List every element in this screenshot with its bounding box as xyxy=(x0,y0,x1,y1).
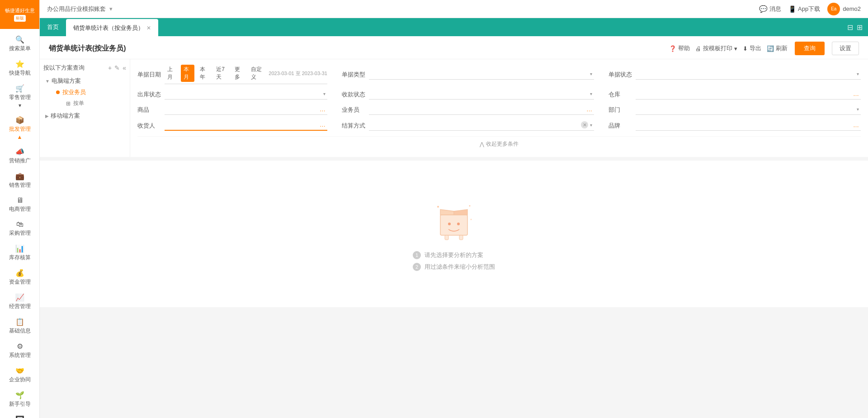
refresh-button[interactable]: 🔄 刷新 xyxy=(767,44,788,52)
filter-warehouse-field: 仓库 … xyxy=(609,90,861,100)
help-button[interactable]: ❓ 帮助 xyxy=(669,44,690,52)
scheme-collapse-button[interactable]: « xyxy=(123,64,126,71)
print-button[interactable]: 🖨 按模板打印 ▾ xyxy=(695,44,737,52)
sidebar-item-appcenter[interactable]: 🔲 应用中心 xyxy=(0,412,39,418)
scheme-edit-button[interactable]: ✎ xyxy=(114,64,120,71)
sidebar-item-newbie[interactable]: 🌱 新手引导 xyxy=(0,387,39,412)
product-input[interactable] xyxy=(166,106,320,113)
sidebar-item-wholesale[interactable]: 📦 批发管理 ▲ xyxy=(0,112,39,144)
search-icon: 🔍 xyxy=(15,35,24,44)
scheme-group-mobile-header[interactable]: ▶ 移动端方案 xyxy=(43,110,126,121)
inventory-icon: 📊 xyxy=(15,244,24,253)
brand-dots[interactable]: … xyxy=(853,122,859,128)
scheme-by-salesperson[interactable]: 按业务员 xyxy=(52,86,126,98)
sidebar-item-enterprise[interactable]: 🤝 企业协同 xyxy=(0,363,39,387)
finance-icon: 💰 xyxy=(15,269,24,277)
sidebar-item-inventory[interactable]: 📊 库存核算 xyxy=(0,241,39,265)
sidebar-item-system[interactable]: ⚙ 系统管理 xyxy=(0,338,39,363)
tip-num-1: 1 xyxy=(413,251,421,259)
consignee-input[interactable] xyxy=(166,121,320,128)
filter-consignee-field: 收货人 … xyxy=(137,120,327,131)
tab-close-button[interactable]: ✕ xyxy=(146,25,151,31)
date-btn-7days[interactable]: 近7天 xyxy=(213,65,229,82)
sidebar-item-retail[interactable]: 🛒 零售管理 ▾ xyxy=(0,81,39,112)
logo-badge: 标版 xyxy=(14,15,26,22)
export-label: 导出 xyxy=(750,44,761,52)
doc-type-arrow: ▾ xyxy=(590,71,592,76)
tab-maximize-button[interactable]: ⊞ xyxy=(857,23,863,32)
sidebar-item-quicknav[interactable]: ⭐ 快捷导航 xyxy=(0,56,39,81)
export-button[interactable]: ⬇ 导出 xyxy=(743,44,761,52)
enterprise-icon: 🤝 xyxy=(15,366,24,375)
ecommerce-icon: 🖥 xyxy=(16,196,24,204)
system-icon: ⚙ xyxy=(17,342,23,351)
product-dots[interactable]: … xyxy=(320,106,326,113)
sidebar-item-search[interactable]: 🔍 搜索菜单 xyxy=(0,32,39,56)
query-button[interactable]: 查询 xyxy=(795,42,825,55)
tab-sales-stats[interactable]: 销货单统计表（按业务员） ✕ xyxy=(66,19,158,37)
sidebar-item-marketing[interactable]: 📣 营销推广 xyxy=(0,144,39,168)
settings-button[interactable]: 设置 xyxy=(832,42,859,55)
sales-icon: 💼 xyxy=(15,172,24,180)
download-icon: 📱 xyxy=(788,5,796,13)
scheme-add-button[interactable]: + xyxy=(108,64,112,71)
receipt-status-input[interactable] xyxy=(371,90,588,97)
svg-rect-0 xyxy=(440,215,467,235)
date-btn-custom[interactable]: 自定义 xyxy=(248,65,266,82)
consignee-label: 收货人 xyxy=(137,122,161,130)
breadcrumb-arrow[interactable]: ▾ xyxy=(109,5,113,12)
settlement-input[interactable] xyxy=(371,122,581,128)
warehouse-dots[interactable]: … xyxy=(853,90,859,97)
filter-row-2: 出库状态 ▾ 收款状态 ▾ xyxy=(137,90,861,100)
doc-status-input[interactable] xyxy=(637,71,855,77)
doc-status-input-wrapper: ▾ xyxy=(636,70,861,80)
app-download-button[interactable]: 📱 App下载 xyxy=(788,5,820,13)
product-label: 商品 xyxy=(137,106,161,114)
collapse-label: 收起更多条件 xyxy=(486,140,519,148)
consignee-dots[interactable]: … xyxy=(320,121,326,128)
brand-input[interactable] xyxy=(637,122,853,128)
collapse-button[interactable]: ⋀ 收起更多条件 xyxy=(480,140,519,148)
date-btn-this-month[interactable]: 本月 xyxy=(181,65,194,82)
scheme-group-desktop-header[interactable]: ▼ 电脑端方案 xyxy=(43,76,126,86)
purchase-icon: 🛍 xyxy=(16,220,24,228)
salesperson-dots[interactable]: … xyxy=(586,106,592,113)
empty-tip-1: 1 请先选择要分析的方案 xyxy=(413,251,495,259)
doc-status-label: 单据状态 xyxy=(609,71,632,79)
tab-minimize-button[interactable]: ⊟ xyxy=(847,23,853,32)
date-btn-this-year[interactable]: 本年 xyxy=(197,65,211,82)
filter-doc-type-field: 单据类型 ▾ xyxy=(342,70,594,80)
logo-text: 畅捷通好生意 xyxy=(5,7,35,14)
sidebar-item-basics-label: 基础信息 xyxy=(9,327,31,335)
sidebar-item-ecommerce[interactable]: 🖥 电商管理 xyxy=(0,193,39,217)
scheme-tree: ▼ 电脑端方案 按业务员 ⊞ xyxy=(43,76,126,121)
doc-type-input-wrapper: ▾ xyxy=(369,70,594,80)
date-btn-last-month[interactable]: 上月 xyxy=(165,65,178,82)
sidebar-item-sales-label: 销售管理 xyxy=(9,181,31,189)
sidebar-item-finance[interactable]: 💰 资金管理 xyxy=(0,265,39,290)
doc-type-input[interactable] xyxy=(371,71,588,77)
sidebar-item-basics[interactable]: 📋 基础信息 xyxy=(0,314,39,338)
help-label: 帮助 xyxy=(678,44,690,52)
sidebar-item-purchase[interactable]: 🛍 采购管理 xyxy=(0,217,39,241)
mobile-group-arrow: ▶ xyxy=(45,114,49,119)
sidebar-item-sales[interactable]: 💼 销售管理 xyxy=(0,168,39,193)
page-header: 销货单统计表(按业务员) ❓ 帮助 🖨 按模板打印 ▾ ⬇ 导出 xyxy=(40,36,868,59)
warehouse-label: 仓库 xyxy=(609,90,632,99)
scheme-by-order[interactable]: ⊞ 按单 xyxy=(63,98,126,109)
marketing-icon: 📣 xyxy=(15,147,24,156)
settlement-input-wrapper: ✕ ▾ xyxy=(369,120,594,131)
warehouse-input[interactable] xyxy=(637,90,853,97)
user-profile-button[interactable]: Ea demo2 xyxy=(827,3,861,15)
tab-home[interactable]: 首页 xyxy=(40,18,66,36)
date-btn-more[interactable]: 更多 xyxy=(232,65,245,82)
message-icon: 💬 xyxy=(759,5,768,13)
salesperson-input[interactable] xyxy=(371,106,586,113)
user-name: demo2 xyxy=(843,5,861,12)
sidebar-item-operations[interactable]: 📈 经营管理 xyxy=(0,290,39,314)
message-button[interactable]: 💬 消息 xyxy=(759,5,781,13)
department-input[interactable] xyxy=(637,106,855,113)
out-status-input[interactable] xyxy=(166,90,321,97)
settlement-clear-button[interactable]: ✕ xyxy=(581,121,588,128)
salesperson-input-wrapper: … xyxy=(369,105,594,115)
